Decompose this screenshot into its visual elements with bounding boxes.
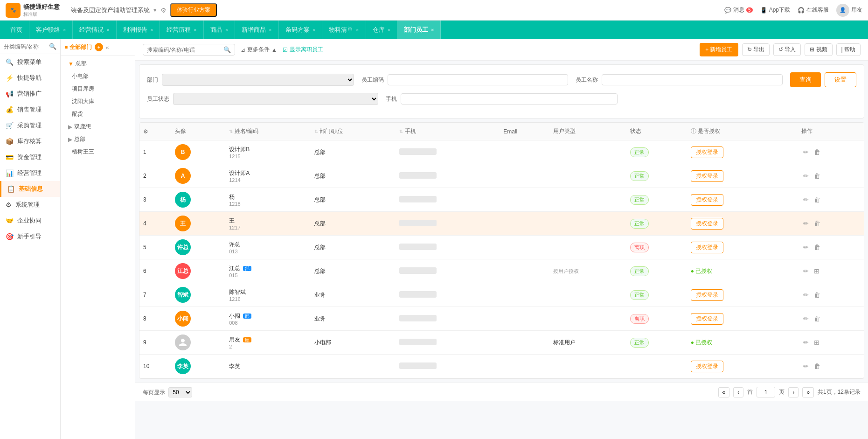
trial-btn[interactable]: 体验行业方案 bbox=[170, 3, 217, 17]
auth-btn[interactable]: 授权登录 bbox=[691, 313, 723, 325]
delete-btn[interactable]: 🗑 bbox=[812, 314, 822, 323]
auth-btn[interactable]: 授权登录 bbox=[691, 146, 723, 158]
sort-icon[interactable]: ⇅ bbox=[229, 129, 233, 134]
nav-tab-warehouse[interactable]: 仓库 × bbox=[366, 21, 397, 39]
delete-btn[interactable]: 🗑 bbox=[812, 290, 822, 300]
edit-btn[interactable]: ✏ bbox=[801, 243, 811, 252]
edit-btn[interactable]: ✏ bbox=[801, 219, 811, 228]
search-icon[interactable]: 🔍 bbox=[223, 46, 231, 53]
employee-name-input[interactable] bbox=[602, 74, 783, 85]
close-icon[interactable]: × bbox=[388, 27, 390, 33]
search-input[interactable] bbox=[147, 47, 222, 53]
sidebar-item-search[interactable]: 🔍 搜索菜单 bbox=[0, 54, 60, 70]
nav-tab-barcode[interactable]: 条码方案 × bbox=[279, 21, 322, 39]
delete-btn[interactable]: 🗑 bbox=[812, 243, 822, 252]
help-btn[interactable]: | 帮助 bbox=[836, 43, 861, 56]
import-btn[interactable]: ↺ 导入 bbox=[773, 43, 801, 56]
delete-btn[interactable]: 🗑 bbox=[812, 171, 822, 181]
nav-tab-profit[interactable]: 利润报告 × bbox=[117, 21, 160, 39]
sidebar-item-guide[interactable]: 🎯 新手引导 bbox=[0, 229, 60, 244]
dept-collapse-btn[interactable]: « bbox=[106, 44, 109, 51]
employee-code-input[interactable] bbox=[388, 74, 569, 85]
delete-btn[interactable]: 🗑 bbox=[812, 195, 822, 204]
edit-btn[interactable]: ✏ bbox=[801, 147, 811, 157]
set-btn[interactable]: 设置 bbox=[825, 72, 856, 87]
view-btn[interactable]: ⊞ 视频 bbox=[805, 43, 832, 56]
sidebar-item-business[interactable]: 📊 经营管理 bbox=[0, 165, 60, 181]
nav-tab-operation[interactable]: 经营情况 × bbox=[73, 21, 116, 39]
nav-tab-home[interactable]: 首页 bbox=[4, 21, 29, 39]
dept-item-distribution[interactable]: 配货 bbox=[61, 108, 135, 120]
dept-select[interactable] bbox=[162, 74, 354, 86]
edit-btn[interactable]: ✏ bbox=[801, 171, 811, 181]
show-resigned-check[interactable]: ☑ 显示离职员工 bbox=[283, 46, 323, 54]
online-service-btn[interactable]: 🎧 在线客服 bbox=[798, 6, 829, 14]
auth-btn[interactable]: 授权登录 bbox=[691, 170, 723, 182]
search-btn[interactable]: 查询 bbox=[790, 72, 821, 87]
sidebar-item-basic-info[interactable]: 📋 基础信息 bbox=[0, 181, 60, 197]
auth-btn[interactable]: 授权登录 bbox=[691, 361, 723, 372]
dept-group-shuanglu[interactable]: ▶ 双鹿想 bbox=[61, 120, 135, 133]
nav-tab-add-goods[interactable]: 新增商品 × bbox=[235, 21, 278, 39]
sidebar-item-system[interactable]: ⚙ 系统管理 bbox=[0, 197, 60, 213]
close-icon[interactable]: × bbox=[63, 27, 66, 33]
edit-btn[interactable]: ✏ bbox=[801, 195, 811, 204]
edit-btn[interactable]: ✏ bbox=[801, 338, 811, 347]
next-page-btn[interactable]: › bbox=[788, 387, 799, 397]
close-icon[interactable]: × bbox=[194, 27, 196, 33]
auth-btn[interactable]: 授权登录 bbox=[691, 218, 723, 230]
dept-group-hq2[interactable]: ▶ 总部 bbox=[61, 133, 135, 146]
copy-btn[interactable]: ⊞ bbox=[812, 266, 821, 276]
delete-btn[interactable]: 🗑 bbox=[812, 219, 822, 228]
dept-item-project[interactable]: 项目库房 bbox=[61, 83, 135, 95]
delete-btn[interactable]: 🗑 bbox=[812, 147, 822, 157]
sort-icon[interactable]: ⇅ bbox=[399, 129, 403, 134]
edit-btn[interactable]: ✏ bbox=[801, 290, 811, 300]
add-employee-btn[interactable]: + 新增员工 bbox=[700, 43, 738, 56]
dept-item-xbd[interactable]: 小电部 bbox=[61, 70, 135, 83]
per-page-select[interactable]: 50 100 bbox=[168, 387, 192, 397]
delete-btn[interactable]: 🗑 bbox=[812, 362, 822, 371]
more-filter-btn[interactable]: ⊿ 更多条件 ▲ bbox=[241, 46, 277, 54]
close-icon[interactable]: × bbox=[106, 27, 109, 33]
dept-group-headquarters[interactable]: ▼ 总部 bbox=[61, 57, 135, 70]
page-input[interactable] bbox=[757, 387, 775, 397]
edit-btn[interactable]: ✏ bbox=[801, 362, 811, 371]
sidebar-item-marketing[interactable]: 📢 营销推广 bbox=[0, 86, 60, 102]
close-icon[interactable]: × bbox=[356, 27, 359, 33]
export-btn[interactable]: ↻ 导出 bbox=[742, 43, 770, 56]
gear-icon[interactable]: ⚙ bbox=[160, 7, 167, 14]
last-page-btn[interactable]: » bbox=[802, 387, 814, 397]
close-icon[interactable]: × bbox=[269, 27, 271, 33]
edit-btn[interactable]: ✏ bbox=[801, 266, 811, 276]
prev-page-btn[interactable]: ‹ bbox=[733, 387, 743, 397]
dept-add-btn[interactable]: + bbox=[95, 43, 103, 51]
nav-tab-bom[interactable]: 物料清单 × bbox=[322, 21, 366, 39]
nav-tab-customer[interactable]: 客户联络 × bbox=[29, 21, 73, 39]
close-icon[interactable]: × bbox=[431, 27, 434, 33]
sidebar-item-finance[interactable]: 💳 资金管理 bbox=[0, 149, 60, 165]
auth-btn[interactable]: 授权登录 bbox=[691, 194, 723, 206]
close-icon[interactable]: × bbox=[312, 27, 315, 33]
status-select[interactable] bbox=[173, 93, 378, 105]
messages-btn[interactable]: 💬 消息 5 bbox=[724, 6, 753, 14]
nav-tab-goods[interactable]: 商品 × bbox=[204, 21, 235, 39]
user-menu-btn[interactable]: 👤 用友 bbox=[836, 4, 862, 17]
first-page-btn[interactable]: « bbox=[718, 387, 730, 397]
nav-tab-history[interactable]: 经营历程 × bbox=[160, 21, 203, 39]
nav-tab-dept-employee[interactable]: 部门员工 × bbox=[397, 21, 441, 39]
sidebar-item-shortcuts[interactable]: ⚡ 快捷导航 bbox=[0, 70, 60, 86]
phone-input[interactable] bbox=[401, 93, 617, 105]
sidebar-item-sales[interactable]: 💰 销售管理 bbox=[0, 102, 60, 118]
settings-icon[interactable]: ⚙ bbox=[143, 128, 148, 135]
chevron-down-icon[interactable]: ▾ bbox=[153, 7, 157, 14]
copy-btn[interactable]: ⊞ bbox=[812, 338, 821, 347]
auth-btn[interactable]: 授权登录 bbox=[691, 242, 723, 253]
search-input[interactable] bbox=[4, 43, 49, 50]
dept-item-zhishu[interactable]: 植树王三 bbox=[61, 146, 135, 158]
sidebar-item-purchase[interactable]: 🛒 采购管理 bbox=[0, 118, 60, 133]
sidebar-item-collab[interactable]: 🤝 企业协同 bbox=[0, 213, 60, 229]
auth-btn[interactable]: 授权登录 bbox=[691, 289, 723, 301]
close-icon[interactable]: × bbox=[150, 27, 153, 33]
dept-item-shenyang[interactable]: 沈阳大库 bbox=[61, 95, 135, 108]
